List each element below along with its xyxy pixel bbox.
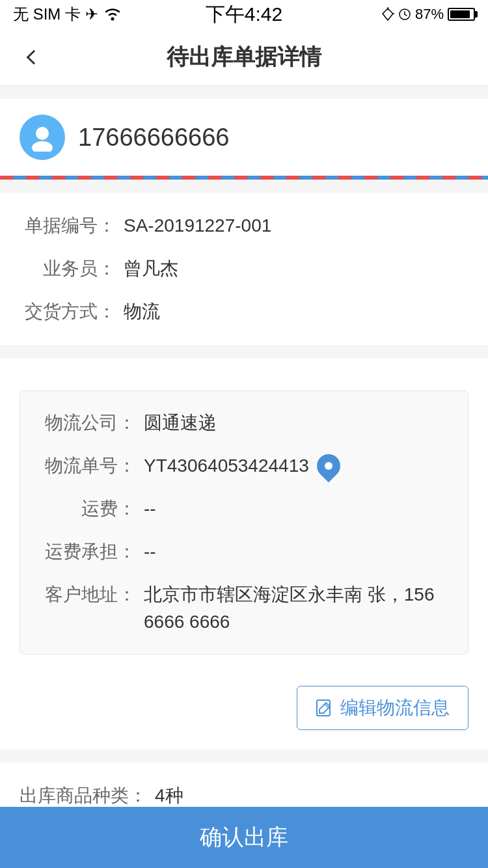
- staff-value: 曾凡杰: [124, 255, 468, 282]
- edit-logistics-label: 编辑物流信息: [340, 696, 450, 720]
- dashed-separator: [0, 176, 488, 180]
- delivery-label: 交货方式：: [20, 298, 124, 325]
- document-number-value: SA-20191227-001: [124, 212, 468, 239]
- back-button[interactable]: [20, 43, 48, 72]
- logistics-company-value: 圆通速递: [144, 409, 448, 437]
- logistics-company-label: 物流公司：: [40, 409, 144, 437]
- staff-label: 业务员：: [20, 255, 124, 282]
- status-time: 下午4:42: [206, 1, 282, 28]
- staff-row: 业务员： 曾凡杰: [20, 255, 468, 282]
- confirm-outbound-button[interactable]: 确认出库: [200, 822, 288, 852]
- outbound-types-row: 出库商品种类： 4种: [20, 782, 468, 809]
- logistics-section: 物流公司： 圆通速递 物流单号： YT43064053424413 运费： --…: [0, 358, 488, 750]
- delivery-value: 物流: [124, 298, 468, 325]
- confirm-btn-wrapper: 确认出库: [0, 807, 488, 868]
- page-title: 待出库单据详情: [48, 42, 440, 72]
- logistics-company-row: 物流公司： 圆通速递: [40, 409, 448, 437]
- wifi-icon: [103, 8, 122, 21]
- address-row: 客户地址： 北京市市辖区海淀区永丰南 张，156 6666 6666: [40, 581, 448, 636]
- freight-bearer-label: 运费承担：: [40, 538, 144, 565]
- svg-point-0: [111, 18, 114, 21]
- status-bar: 无 SIM 卡 ✈ 下午4:42 87%: [0, 0, 488, 29]
- location-status-icon: [381, 7, 394, 21]
- map-location-icon[interactable]: [312, 450, 345, 483]
- edit-logistics-button[interactable]: 编辑物流信息: [297, 686, 468, 730]
- logistics-tracking-value: YT43064053424413: [144, 452, 309, 480]
- address-label: 客户地址：: [40, 581, 144, 608]
- logistics-tracking-label: 物流单号：: [40, 452, 144, 480]
- nav-bar: 待出库单据详情: [0, 29, 488, 86]
- user-phone: 17666666666: [78, 124, 229, 152]
- freight-value: --: [144, 495, 448, 522]
- logistics-tracking-value-container: YT43064053424413: [144, 452, 448, 480]
- edit-logistics-btn-container: 编辑物流信息: [20, 673, 468, 730]
- document-number-label: 单据编号：: [20, 212, 124, 239]
- freight-row: 运费： --: [40, 495, 448, 522]
- user-header: 17666666666: [0, 99, 488, 176]
- document-number-row: 单据编号： SA-20191227-001: [20, 212, 468, 239]
- freight-bearer-value: --: [144, 538, 448, 565]
- outbound-types-label: 出库商品种类：: [20, 782, 155, 809]
- sim-status: 无 SIM 卡 ✈: [13, 4, 98, 25]
- edit-icon: [316, 699, 334, 717]
- freight-bearer-row: 运费承担： --: [40, 538, 448, 565]
- status-right: 87%: [381, 6, 475, 23]
- status-left: 无 SIM 卡 ✈: [13, 4, 122, 25]
- battery-icon: [448, 8, 475, 21]
- logistics-card: 物流公司： 圆通速递 物流单号： YT43064053424413 运费： --…: [20, 390, 468, 655]
- svg-point-2: [36, 127, 49, 140]
- delivery-row: 交货方式： 物流: [20, 298, 468, 325]
- document-info-section: 单据编号： SA-20191227-001 业务员： 曾凡杰 交货方式： 物流: [0, 193, 488, 345]
- svg-point-3: [32, 141, 53, 152]
- outbound-types-value: 4种: [155, 782, 468, 809]
- battery-percent: 87%: [415, 6, 444, 23]
- location-dot: [325, 462, 332, 470]
- back-arrow-icon: [27, 49, 42, 64]
- logistics-tracking-row: 物流单号： YT43064053424413: [40, 452, 448, 480]
- avatar: [20, 115, 65, 160]
- alarm-icon: [398, 7, 411, 21]
- address-value: 北京市市辖区海淀区永丰南 张，156 6666 6666: [144, 581, 448, 636]
- avatar-icon: [28, 123, 57, 152]
- freight-label: 运费：: [40, 495, 144, 522]
